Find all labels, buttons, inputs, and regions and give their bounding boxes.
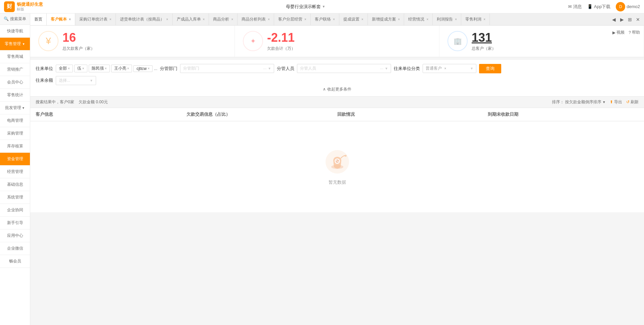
sidebar-item-base-info[interactable]: 基础信息 (0, 178, 30, 191)
tab-purchase-order-stats[interactable]: 采购订单统计表 × (75, 13, 116, 25)
chevron-down-icon: ▼ (322, 5, 326, 8)
person-select[interactable]: 分管人员 ··· ▼ (297, 64, 391, 73)
chevron-down-icon: ▼ (385, 67, 388, 70)
col-header-repayment: 回款情况 (337, 111, 488, 117)
empty-illustration (324, 148, 351, 175)
tab-close-icon[interactable]: × (166, 17, 168, 21)
tab-close-all-button[interactable]: ✕ (635, 16, 641, 23)
unit-category-label: 往来单位分类 (394, 66, 420, 72)
filter-collapse-button[interactable]: ∧ 收起更多条件 (36, 86, 639, 92)
sidebar-item-app-center[interactable]: 应用中心 (0, 229, 30, 242)
tab-product-analysis-list[interactable]: 商品分析列表 × (238, 13, 274, 25)
filter-more-tags[interactable]: ... (154, 66, 157, 71)
sidebar-item-retail-stats[interactable]: 零售统计 (0, 89, 30, 102)
result-info: 搜索结果中，客户0家 欠款金额 0.00元 (36, 99, 108, 105)
sidebar-item-enterprise[interactable]: 企业协同 (0, 204, 30, 217)
tab-close-icon[interactable]: × (304, 17, 306, 21)
remove-tag-1-icon[interactable]: × (82, 67, 84, 70)
chevron-down-icon: ▼ (90, 79, 93, 82)
tab-commission-settings[interactable]: 提成设置 × (339, 13, 368, 25)
top-bar-left: 财 畅捷通好生意 标版 (4, 1, 43, 12)
dept-filter-label: 分管部门 (160, 66, 177, 72)
sidebar-item-operations[interactable]: 经营管理 (0, 166, 30, 178)
search-menu[interactable]: 🔍 搜索菜单 (0, 13, 30, 25)
empty-text: 暂无数据 (329, 179, 346, 185)
stat-label-customers: 总欠款客户（家） (62, 46, 95, 51)
col-header-debt: 欠款交易信息（占比） (186, 111, 337, 117)
tab-home[interactable]: 首页 (30, 13, 47, 25)
sidebar-item-guide[interactable]: 新手引导 (0, 217, 30, 229)
query-button[interactable]: 查询 (479, 64, 501, 73)
tab-close-icon[interactable]: × (361, 17, 363, 21)
tab-close-icon[interactable]: × (231, 17, 233, 21)
tab-retail-profit[interactable]: 零售利润 × (461, 13, 490, 25)
tab-close-icon[interactable]: × (398, 17, 400, 21)
sidebar-item-purchase[interactable]: 采购管理 (0, 127, 30, 140)
sidebar-quick-nav[interactable]: 快捷导航 (0, 25, 30, 38)
chevron-down-icon: ▼ (22, 42, 25, 46)
tab-prev-button[interactable]: ◀ (610, 16, 617, 23)
chevron-up-icon: ∧ (323, 87, 326, 92)
tab-product-inbound[interactable]: 产成品入库单 × (173, 13, 209, 25)
remove-tag-2-icon[interactable]: × (105, 67, 107, 70)
tab-close-icon[interactable]: × (268, 17, 270, 21)
sidebar-item-retail-mall[interactable]: 零售商城 (0, 50, 30, 63)
sidebar-item-system[interactable]: 系统管理 (0, 191, 30, 204)
tab-close-icon[interactable]: × (483, 17, 485, 21)
messages-button[interactable]: ✉ 消息 (568, 4, 582, 10)
tab-customer-ledger[interactable]: 客户账本 × (47, 13, 75, 25)
app-icon: 📱 (587, 4, 593, 9)
remove-tag-3-icon[interactable]: × (127, 67, 129, 70)
result-actions: 排序： 按欠款金额倒序排序 ▼ ⬆ 导出 ↺ 刷新 (552, 99, 639, 105)
tab-close-icon[interactable]: × (110, 17, 112, 21)
help-button[interactable]: ? 帮助 (629, 30, 640, 35)
remove-all-icon[interactable]: × (68, 67, 70, 70)
sidebar-item-marketing[interactable]: 营销推广 (0, 63, 30, 76)
industry-selector[interactable]: 母婴行业演示帐套 ▼ (286, 4, 326, 10)
balance-select[interactable]: 选择... ▼ (56, 76, 96, 85)
tab-goods-stats[interactable]: 进货单统计表（按商品） × (116, 13, 173, 25)
filter-tag-4: cjttcw × (133, 65, 153, 72)
video-icon: ▶ (612, 30, 615, 35)
tab-customer-contact[interactable]: 客户联络 × (311, 13, 339, 25)
message-icon: ✉ (568, 4, 572, 9)
logo-text: 畅捷通好生意 标版 (17, 2, 43, 11)
export-button[interactable]: ⬆ 导出 (610, 99, 622, 105)
tab-close-icon[interactable]: × (426, 17, 428, 21)
refresh-button[interactable]: ↺ 刷新 (626, 99, 639, 105)
tab-close-icon[interactable]: × (203, 17, 205, 21)
tab-close-icon[interactable]: × (333, 17, 335, 21)
chevron-down-icon: ▼ (470, 67, 473, 70)
tag-remove-icon[interactable]: × (444, 67, 446, 70)
sort-select[interactable]: 排序： 按欠款金额倒序排序 ▼ (552, 99, 606, 105)
sidebar-item-enterprise-wechat[interactable]: 企业微信 (0, 242, 30, 255)
col-header-duedate: 到期未收款日期 (488, 111, 639, 117)
sidebar-item-member2[interactable]: 畅会员 (0, 255, 30, 268)
tab-product-analysis[interactable]: 商品分析 × (209, 13, 238, 25)
tab-profit-report[interactable]: 利润报告 × (433, 13, 461, 25)
sidebar-item-finance[interactable]: 资金管理 (0, 153, 30, 166)
tab-new-commission[interactable]: 新增提成方案 × (368, 13, 404, 25)
chevron-down-icon: ▼ (22, 106, 25, 110)
sidebar-item-wholesale[interactable]: 批发管理 ▼ (0, 102, 30, 114)
unit-filter-label: 往来单位 (36, 66, 53, 72)
tab-close-icon[interactable]: × (455, 17, 457, 21)
unit-category-select[interactable]: 普通客户 × ▼ (423, 64, 476, 73)
tab-expand-button[interactable]: ⊞ (627, 16, 633, 23)
chevron-down-icon: ▼ (268, 67, 271, 70)
tab-customer-tier[interactable]: 客户分层经营 × (274, 13, 311, 25)
sidebar-item-inventory[interactable]: 库存核算 (0, 140, 30, 153)
sidebar-item-ecommerce[interactable]: 电商管理 (0, 114, 30, 127)
dept-select[interactable]: 分管部门 ··· ▼ (180, 64, 274, 73)
sidebar-item-retail[interactable]: 零售管理 ▼ (0, 38, 30, 50)
app-download-button[interactable]: 📱 App下载 (587, 4, 610, 10)
remove-tag-4-icon[interactable]: × (147, 67, 149, 70)
sidebar-item-member[interactable]: 会员中心 (0, 76, 30, 89)
tab-close-icon[interactable]: × (69, 17, 71, 21)
tab-next-button[interactable]: ▶ (618, 16, 625, 23)
filter-area: 往来单位 全部 × 伍 × 陈民强 × (30, 60, 644, 97)
video-button[interactable]: ▶ 视频 (612, 30, 625, 35)
dept-more-icon: ··· (263, 66, 266, 71)
tab-operations[interactable]: 经营情况 × (404, 13, 433, 25)
user-profile[interactable]: D demo2 (616, 2, 640, 11)
